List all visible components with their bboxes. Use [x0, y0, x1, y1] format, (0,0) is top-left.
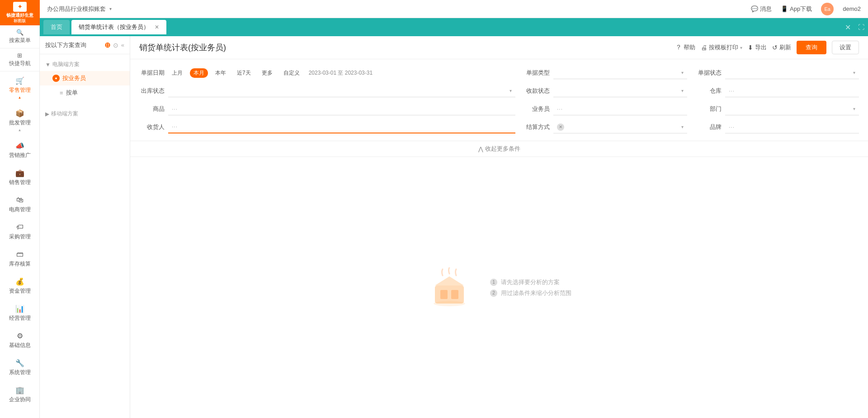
help-label: 帮助 [684, 43, 695, 52]
tabbar: 首页 销货单统计表（按业务员） ✕ ✕ ⛶ [40, 18, 868, 36]
panel-item-by-salesperson[interactable]: ● 按业务员 [40, 71, 130, 86]
tab-close-icon[interactable]: ✕ [155, 24, 159, 30]
doc-type-control[interactable]: ▾ [553, 66, 687, 79]
filter-field-salesperson: 业务员 ··· [524, 103, 687, 115]
empty-text: 1 请先选择要分析的方案 2 用过滤条件来缩小分析范围 [490, 278, 571, 297]
filter-field-doc-status: 单据状态 ▾ [696, 66, 859, 79]
sidebar-item-wholesale[interactable]: 📦 批发管理 ▲ [0, 104, 39, 137]
panel-group-mobile: ▶ 移动端方案 [40, 104, 130, 124]
date-btn-last-month[interactable]: 上月 [168, 68, 186, 78]
ecommerce-icon: 🛍 [15, 195, 24, 204]
sidebar-item-enterprise[interactable]: 🏢 企业协同 [0, 381, 39, 408]
tab-home[interactable]: 首页 [43, 20, 70, 34]
sidebar-item-marketing[interactable]: 📣 营销推广 [0, 137, 39, 164]
content-area: 按以下方案查询 ⊕ ⊙ « ▼ 电脑端方案 ● 按业务员 ≡ 按单 [40, 36, 868, 418]
message-label: 消息 [760, 5, 772, 13]
dept-control[interactable]: ▾ [725, 103, 859, 115]
help-btn[interactable]: ？ 帮助 [675, 43, 695, 52]
tab-sales-stat[interactable]: 销货单统计表（按业务员） ✕ [71, 20, 166, 34]
query-button[interactable]: 查询 [797, 41, 826, 54]
settlement-clear-icon[interactable]: ✕ [557, 124, 564, 131]
warehouse-dots: ··· [729, 88, 735, 94]
receiver-control[interactable]: ··· [168, 121, 515, 133]
date-label: 单据日期 [139, 69, 165, 77]
filter-field-out-status: 出库状态 ▾ [139, 85, 515, 97]
print-arrow-icon: ▾ [740, 45, 742, 50]
app-download-btn[interactable]: 📱 App下载 [781, 5, 812, 13]
panel-collapse-icon[interactable]: « [121, 42, 124, 48]
doc-status-label: 单据状态 [696, 69, 722, 77]
sidebar-item-operations[interactable]: 📊 经营管理 [0, 299, 39, 327]
panel-add-icon[interactable]: ⊕ [104, 41, 110, 49]
empty-state: 1 请先选择要分析的方案 2 用过滤条件来缩小分析范围 [130, 157, 868, 418]
panel-header: 按以下方案查询 ⊕ ⊙ « [40, 36, 130, 54]
warehouse-control[interactable]: ··· [725, 85, 859, 97]
goods-control[interactable]: ··· [168, 103, 515, 115]
topbar-dropdown-icon[interactable]: ▾ [109, 6, 112, 11]
panel-item-by-doc[interactable]: ≡ 按单 [40, 86, 130, 100]
export-btn[interactable]: ⬇ 导出 [748, 43, 767, 52]
sidebar-item-sales[interactable]: 💼 销售管理 [0, 164, 39, 191]
sidebar-item-retail[interactable]: 🛒 零售管理 ▲ [0, 71, 39, 104]
sidebar: ✦ 畅捷通好生意 标图版 🔍 搜索菜单 ⊞ 快捷导航 🛒 零售管理 ▲ 📦 批发… [0, 0, 40, 418]
search-menu[interactable]: 🔍 搜索菜单 [0, 25, 39, 48]
settlement-control[interactable]: ✕ ▾ [553, 121, 687, 133]
collapse-button[interactable]: ⋀ 收起更多条件 [478, 145, 520, 153]
sidebar-item-ecommerce[interactable]: 🛍 电商管理 [0, 191, 39, 218]
sidebar-item-purchase[interactable]: 🏷 采购管理 [0, 218, 39, 245]
print-btn[interactable]: 🖨 按模板打印 ▾ [701, 43, 742, 52]
filter-field-brand: 品牌 ··· [696, 121, 859, 133]
panel-arrow-down-icon: ▼ [45, 62, 51, 68]
export-icon: ⬇ [748, 44, 753, 51]
panel-edit-icon[interactable]: ⊙ [113, 42, 118, 49]
out-status-control[interactable]: ▾ [168, 85, 515, 97]
quick-nav[interactable]: ⊞ 快捷导航 [0, 48, 39, 71]
salesperson-control[interactable]: ··· [553, 103, 687, 115]
sidebar-item-sales-label: 销售管理 [9, 179, 31, 186]
username[interactable]: demo2 [843, 5, 861, 12]
sidebar-item-inventory[interactable]: 🗃 库存核算 [0, 245, 39, 272]
sidebar-item-wholesale-label: 批发管理 [9, 119, 31, 127]
date-btn-this-year[interactable]: 本年 [212, 68, 230, 78]
panel-group-pc-label: ▼ 电脑端方案 [40, 58, 130, 71]
filter-field-date: 单据日期 上月 本月 本年 近7天 更多 自定义 2023-03-01 至 20… [139, 68, 515, 78]
app-icon: 📱 [781, 5, 788, 12]
refresh-btn[interactable]: ↺ 刷新 [772, 43, 791, 52]
settings-button[interactable]: 设置 [832, 41, 859, 54]
brand-control[interactable]: ··· [725, 121, 859, 133]
sidebar-item-ecommerce-label: 电商管理 [9, 206, 31, 214]
retail-icon: 🛒 [15, 76, 24, 85]
receiver-dots: ··· [172, 124, 178, 130]
dept-chevron-icon: ▾ [853, 106, 855, 111]
doc-type-label: 单据类型 [524, 69, 550, 77]
tab-expand-icon[interactable]: ⛶ [858, 24, 864, 31]
topbar-right: 💬 消息 📱 App下载 Ea demo2 [751, 3, 861, 15]
date-btn-custom[interactable]: 自定义 [280, 68, 303, 78]
panel-header-label: 按以下方案查询 [45, 41, 86, 49]
receive-status-control[interactable]: ▾ [553, 85, 687, 97]
receiver-label: 收货人 [139, 123, 165, 131]
date-btn-this-month[interactable]: 本月 [190, 68, 208, 78]
sidebar-item-basic[interactable]: ⚙ 基础信息 [0, 327, 39, 354]
sidebar-item-finance-label: 资金管理 [9, 287, 31, 295]
svg-rect-3 [440, 290, 448, 299]
message-btn[interactable]: 💬 消息 [751, 5, 772, 13]
sidebar-item-system[interactable]: 🔧 系统管理 [0, 354, 39, 381]
collapse-bar: ⋀ 收起更多条件 [130, 141, 868, 157]
empty-illustration [427, 267, 472, 308]
doc-status-control[interactable]: ▾ [725, 66, 859, 79]
sidebar-item-finance[interactable]: 💰 资金管理 [0, 272, 39, 299]
tab-close-all-icon[interactable]: ✕ [845, 23, 851, 32]
date-btn-7days[interactable]: 近7天 [233, 68, 255, 78]
date-btn-more[interactable]: 更多 [258, 68, 276, 78]
salesperson-label: 业务员 [524, 105, 550, 113]
print-icon: 🖨 [701, 44, 707, 51]
receive-status-label: 收款状态 [524, 87, 550, 95]
sidebar-item-system-label: 系统管理 [9, 369, 31, 376]
sidebar-item-inventory-label: 库存核算 [9, 260, 31, 268]
svg-rect-1 [435, 285, 464, 304]
panel-item-doc-label: 按单 [66, 89, 78, 97]
settlement-chevron-icon: ▾ [681, 124, 684, 129]
goods-dots: ··· [172, 106, 178, 112]
empty-num-2: 2 [490, 290, 497, 297]
